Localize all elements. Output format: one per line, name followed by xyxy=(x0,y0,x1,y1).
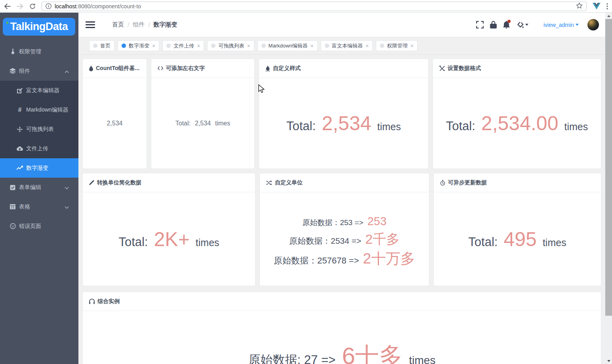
sidebar-item-label: 表单编辑 xyxy=(19,184,41,191)
count-value: 253 xyxy=(367,215,386,228)
breadcrumb: 首页 / 组件 / 数字渐变 xyxy=(112,21,177,28)
shuffle-icon xyxy=(266,180,272,185)
url-bar[interactable]: localhost:8080/component/count-to xyxy=(42,2,587,11)
tag-dot xyxy=(166,44,171,48)
tag-dot xyxy=(211,44,215,48)
trending-up-icon xyxy=(16,166,23,170)
tag-markdown[interactable]: Markdown编辑器× xyxy=(257,40,318,51)
sidebar-item-draggable[interactable]: 可拖拽列表 xyxy=(0,119,78,139)
app-header: 首页 / 组件 / 数字渐变 iview_admin xyxy=(78,13,605,37)
sidebar-item-label: 表格 xyxy=(19,203,30,210)
tag-auth[interactable]: 权限管理× xyxy=(376,40,418,51)
username: iview_admin xyxy=(543,22,574,28)
color-drop-icon xyxy=(265,66,270,71)
sidebar-item-label: 权限管理 xyxy=(19,48,41,55)
count-value: 2,534 xyxy=(322,112,371,135)
forward-icon[interactable] xyxy=(17,3,23,9)
breadcrumb-section[interactable]: 组件 xyxy=(133,21,145,28)
avatar[interactable] xyxy=(587,19,599,30)
reload-icon[interactable] xyxy=(29,3,36,9)
scrollbar-thumb[interactable] xyxy=(605,19,612,316)
card-title: 自定义单位 xyxy=(275,179,303,186)
header-actions: iview_admin xyxy=(476,19,599,30)
sidebar-item-error[interactable]: 错误页面 xyxy=(0,216,78,236)
sidebar-item-label: 错误页面 xyxy=(19,223,41,230)
close-icon[interactable]: × xyxy=(366,43,369,49)
tag-home[interactable]: 首页 xyxy=(89,40,114,51)
table-icon xyxy=(9,204,16,209)
sidebar-submenu-components: 富文本编辑器 # Markdown编辑器 可拖拽列表 文件上传 数字渐变 xyxy=(0,81,78,178)
close-icon[interactable]: × xyxy=(152,43,155,49)
card-countto-basic: CountTo组件基... 2,534 xyxy=(82,59,147,169)
page-scrollbar[interactable] xyxy=(605,13,612,364)
info-icon[interactable] xyxy=(46,3,51,9)
close-icon[interactable]: × xyxy=(410,43,414,49)
scrollbar-up-arrow[interactable] xyxy=(605,13,612,19)
tag-richtext[interactable]: 富文本编辑器× xyxy=(321,40,373,51)
sidebar-item-auth[interactable]: 权限管理 xyxy=(0,42,78,61)
sidebar-item-components[interactable]: 组件 xyxy=(0,61,78,81)
tag-dot xyxy=(261,44,266,48)
card-countto-unit: 自定义单位 原始数据：253 =>253 原始数据：2534 =>2千多 原始数… xyxy=(259,173,429,286)
pen-icon xyxy=(89,180,94,185)
sidebar-item-richtext[interactable]: 富文本编辑器 xyxy=(0,81,78,100)
bookmark-star-icon[interactable] xyxy=(576,2,583,10)
vue-devtools-icon[interactable] xyxy=(593,3,601,9)
close-icon[interactable]: × xyxy=(197,43,200,49)
tag-upload[interactable]: 文件上传× xyxy=(162,40,204,51)
count-value: 6十多 xyxy=(342,340,402,364)
pound-icon: # xyxy=(16,106,23,114)
card-title: 可添加左右文字 xyxy=(166,65,205,72)
close-icon[interactable]: × xyxy=(311,43,314,49)
sidebar-menu: 权限管理 组件 富文本编辑器 # Markdown编辑器 可拖拽列表 xyxy=(0,42,78,236)
card-title: 自定义样式 xyxy=(273,65,301,72)
logo-text: TalkingData xyxy=(10,21,68,33)
theme-icon[interactable] xyxy=(516,22,528,28)
fullscreen-icon[interactable] xyxy=(476,21,484,28)
breadcrumb-home[interactable]: 首页 xyxy=(112,21,124,28)
user-menu[interactable]: iview_admin xyxy=(543,22,579,28)
lock-icon[interactable] xyxy=(490,21,497,28)
card-countto-full: 综合实例 原始数据: 27 =>6十多times xyxy=(82,292,601,364)
tag-dot xyxy=(93,44,97,48)
card-countto-async: 可异步更新数据 Total:495times xyxy=(433,173,601,286)
sidebar-item-label: 文件上传 xyxy=(26,145,48,152)
tag-dot xyxy=(325,44,329,48)
app-logo[interactable]: TalkingData xyxy=(3,18,75,36)
main-area: 首页 / 组件 / 数字渐变 iview_admin 首页 数字渐变× 文件上传… xyxy=(78,13,605,364)
sidebar-item-table[interactable]: 表格 xyxy=(0,197,78,216)
tag-countto[interactable]: 数字渐变× xyxy=(118,40,159,51)
move-icon xyxy=(16,127,23,132)
chevron-down-icon xyxy=(65,204,69,210)
browser-menu-icon[interactable] xyxy=(606,3,608,9)
tag-draggable[interactable]: 可拖拽列表× xyxy=(207,40,254,51)
url-path: :8080/component/count-to xyxy=(76,3,141,9)
notifications-bell-icon[interactable] xyxy=(503,21,510,28)
chevron-up-icon xyxy=(65,68,69,74)
mouse-cursor xyxy=(258,84,265,95)
sidebar-item-form[interactable]: 表单编辑 xyxy=(0,178,78,197)
count-value: 2,534.00 xyxy=(481,112,559,135)
count-value: 495 xyxy=(503,228,536,251)
card-countto-text: 可添加左右文字 Total:2,534times xyxy=(151,59,255,169)
sidebar-item-countto[interactable]: 数字渐变 xyxy=(0,158,78,178)
scrollbar-down-arrow[interactable] xyxy=(605,358,612,364)
code-icon xyxy=(158,66,163,70)
count-value: 2十万多 xyxy=(363,250,415,267)
sidebar-item-markdown[interactable]: # Markdown编辑器 xyxy=(0,100,78,119)
tag-dot xyxy=(380,44,384,48)
back-icon[interactable] xyxy=(4,3,11,9)
hamburger-menu-icon[interactable] xyxy=(86,21,95,28)
page: localhost:8080/component/count-to Talkin… xyxy=(0,0,612,364)
sidebar: TalkingData 权限管理 组件 富文本编辑器 # Markdown编辑器 xyxy=(0,13,78,364)
cloud-upload-icon xyxy=(16,146,23,151)
sidebar-item-label: 可拖拽列表 xyxy=(26,126,54,133)
sidebar-item-upload[interactable]: 文件上传 xyxy=(0,139,78,158)
caret-down-icon xyxy=(525,24,528,26)
count-value: 2,534 xyxy=(195,120,211,127)
card-title: 设置数据格式 xyxy=(448,65,481,72)
card-row-1: CountTo组件基... 2,534 可添加左右文字 Total:2,534t… xyxy=(82,59,601,169)
card-countto-format: 设置数据格式 Total:2,534.00times xyxy=(433,59,601,169)
close-icon[interactable]: × xyxy=(247,43,250,49)
water-drop-icon xyxy=(89,66,93,71)
